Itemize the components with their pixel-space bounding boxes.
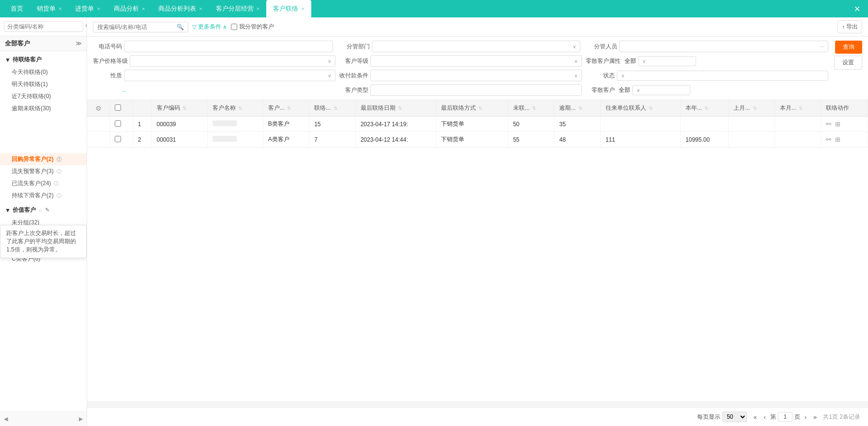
nav-product-list[interactable]: 商品分析列表 ×	[152, 0, 209, 17]
col-code: 客户编码 ⇅	[152, 100, 207, 117]
person-input[interactable]	[624, 43, 820, 50]
nav-sales[interactable]: 销货单 ×	[30, 0, 68, 17]
close-product-analysis-tab[interactable]: ×	[142, 0, 145, 17]
sidebar-item-declining[interactable]: 持续下滑客户(2) ⓘ	[0, 190, 87, 202]
gear-icon[interactable]: ⚙	[95, 104, 102, 112]
close-purchase-tab[interactable]: ×	[97, 0, 100, 17]
export-icon: ↑	[842, 24, 845, 30]
page-navigation: « ‹ 第 1 页 › »	[751, 412, 819, 422]
sort-name-icon[interactable]: ⇅	[238, 105, 242, 111]
sort-last-date-icon[interactable]: ⇅	[398, 105, 402, 111]
sort-last-month-icon[interactable]: ⇅	[753, 105, 757, 111]
row2-grid-icon[interactable]: ⊞	[835, 136, 840, 143]
my-customer-checkbox[interactable]	[231, 24, 237, 30]
more-filter-btn[interactable]: ▽ 更多条件 ∧	[192, 23, 227, 31]
close-product-list-tab[interactable]: ×	[199, 0, 202, 17]
filter-dept: 分管部门 ∨	[341, 41, 581, 52]
total-info: 共1页 2条记录	[823, 413, 860, 421]
sidebar-item-today[interactable]: 今天待联络(0)	[0, 66, 87, 78]
sidebar-item-7days[interactable]: 近7天待联络(0)	[0, 90, 87, 103]
row2-last-method-link[interactable]: 下销货单	[441, 136, 464, 143]
close-sales-tab[interactable]: ×	[59, 0, 61, 17]
row1-last-date: 2023-04-17 14:19:	[355, 117, 436, 132]
query-button[interactable]: 查询	[835, 41, 862, 54]
price-level-select[interactable]: ∨	[130, 55, 335, 67]
row1-checkbox	[110, 117, 133, 132]
nav-purchase[interactable]: 进货单 ×	[68, 0, 107, 17]
sort-category-icon[interactable]: ⇅	[287, 105, 291, 111]
edit2-icon[interactable]: ✎	[45, 207, 49, 213]
tree-parent-pending[interactable]: ▼ 待联络客户	[0, 53, 87, 66]
close-customer-tier-tab[interactable]: ×	[257, 0, 259, 17]
phone-input[interactable]	[128, 43, 329, 50]
status-select[interactable]: ∨	[617, 71, 828, 81]
row2-link-icon[interactable]: ⚯	[826, 136, 831, 143]
dept-input[interactable]	[376, 43, 573, 50]
filter-grade: 客户等级 ∨	[339, 55, 582, 67]
row1-contact-person	[600, 117, 680, 132]
grade-input[interactable]	[375, 58, 574, 64]
prev-page-button[interactable]: ‹	[761, 412, 768, 422]
sidebar-right-arrow[interactable]: ▶	[79, 416, 83, 422]
last-page-button[interactable]: »	[811, 412, 819, 422]
edit-icon[interactable]: ○	[39, 207, 42, 213]
col-last-date: 最后联络日期 ⇅	[355, 100, 436, 117]
nav-customer-tier[interactable]: 客户分层经营 ×	[209, 0, 266, 17]
horizontal-scrollbar[interactable]	[87, 401, 868, 407]
close-customer-contact-tab[interactable]: ×	[301, 0, 304, 17]
sort-unreached-icon[interactable]: ⇅	[532, 105, 536, 111]
sidebar-item-tomorrow[interactable]: 明天待联络(1)	[0, 78, 87, 90]
sidebar-item-churned[interactable]: 已流失客户(24) ⓘ	[0, 177, 87, 190]
sidebar-search-input[interactable]	[4, 21, 83, 32]
row2-select-checkbox[interactable]	[115, 136, 121, 142]
sidebar-item-abnormal[interactable]: 回购异常客户(2) ⓘ	[0, 153, 87, 165]
tree-parent-value[interactable]: ▼ 价值客户 ○ ✎	[0, 204, 87, 217]
type-input[interactable]	[375, 87, 578, 93]
window-close-button[interactable]: ✕	[850, 4, 864, 14]
main-search-icon[interactable]: 🔍	[177, 24, 184, 30]
sort-last-method-icon[interactable]: ⇅	[478, 105, 482, 111]
sort-code-icon[interactable]: ⇅	[183, 105, 186, 111]
sidebar-item-churn-warning[interactable]: 流失预警客户(3) ⓘ	[0, 165, 87, 177]
sort-overdue-icon[interactable]: ⇅	[579, 105, 582, 111]
nav-home[interactable]: 首页	[4, 0, 30, 17]
row1-grid-icon[interactable]: ⊞	[835, 120, 840, 128]
gender-input[interactable]	[128, 72, 328, 79]
grade-select[interactable]: ∨	[370, 55, 582, 67]
nav-customer-contact[interactable]: 客户联络 ×	[266, 0, 311, 17]
payment-select[interactable]: ∨	[370, 70, 582, 81]
dept-select[interactable]: ∨	[372, 41, 581, 52]
type-select[interactable]	[370, 84, 582, 96]
row2-last-month	[729, 132, 775, 147]
per-page-select[interactable]: 50100200	[722, 411, 747, 422]
chevron-up-icon: ∧	[223, 24, 227, 30]
price-level-input[interactable]	[134, 58, 328, 64]
sort-contact-person-icon[interactable]: ⇅	[649, 105, 653, 111]
sidebar-item-overdue[interactable]: 逾期未联络(30)	[0, 103, 87, 115]
row1-select-checkbox[interactable]	[115, 120, 121, 127]
next-page-button[interactable]: ›	[802, 412, 809, 422]
person-select[interactable]: ···	[619, 41, 828, 52]
sort-this-month-icon[interactable]: ⇅	[799, 105, 803, 111]
select-all-checkbox[interactable]	[115, 104, 121, 111]
setting-button[interactable]: 设置	[834, 56, 862, 70]
nav-product-analysis[interactable]: 商品分析 ×	[107, 0, 152, 17]
sidebar-left-arrow[interactable]: ◀	[4, 416, 8, 422]
row1-link-icon[interactable]: ⚯	[826, 120, 831, 128]
first-page-button[interactable]: «	[751, 412, 759, 422]
filter-row-1: 电话号码 分管部门 ∨	[93, 41, 828, 52]
export-button[interactable]: ↑ 导出	[838, 20, 862, 33]
payment-input[interactable]	[375, 72, 574, 79]
phone-select[interactable]	[124, 41, 333, 52]
sort-contact-icon[interactable]: ⇅	[334, 105, 337, 111]
sidebar-collapse-btn[interactable]: ≫	[76, 40, 82, 47]
row1-last-method-link[interactable]: 下销货单	[441, 120, 464, 127]
current-page-number[interactable]: 1	[778, 412, 792, 422]
sort-this-year-icon[interactable]: ⇅	[704, 105, 708, 111]
table-body: 1 000039 B类客户 15 2023-04-17 14:19: 下销货单 …	[87, 117, 868, 147]
gender-select[interactable]: ∨	[124, 70, 335, 81]
filter-price-level: 客户价格等级 ∨	[93, 55, 335, 67]
retail-select[interactable]: ∨	[632, 85, 690, 95]
retail-attr-select[interactable]: ∨	[638, 56, 696, 66]
main-search-input[interactable]	[97, 24, 175, 30]
